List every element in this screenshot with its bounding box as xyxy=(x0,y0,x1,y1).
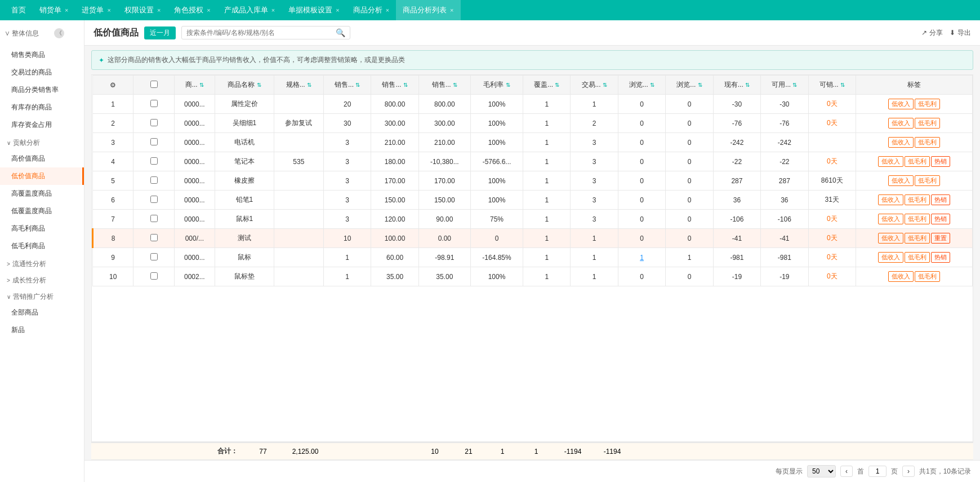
row-checkbox[interactable] xyxy=(150,138,158,145)
share-button[interactable]: ↗ 分享 xyxy=(921,28,943,38)
td-checkbox[interactable] xyxy=(133,191,174,210)
row-checkbox[interactable] xyxy=(150,100,158,107)
nav-role-auth[interactable]: 角色授权 × xyxy=(167,0,217,20)
th-checkbox[interactable] xyxy=(133,76,174,95)
search-icon[interactable]: 🔍 xyxy=(336,28,345,37)
row-checkbox[interactable] xyxy=(150,215,158,222)
sidebar-collapse-btn[interactable]: 《 xyxy=(54,28,64,38)
close-sales-order[interactable]: × xyxy=(65,7,68,14)
nav-product-analysis[interactable]: 商品分析 × xyxy=(346,0,396,20)
browse-link[interactable]: 1 xyxy=(640,254,644,262)
th-name[interactable]: 商品名称 ⇅ xyxy=(215,76,274,95)
row-checkbox[interactable] xyxy=(150,119,158,126)
sidebar-item-low-coverage[interactable]: 低覆盖度商品 xyxy=(0,202,84,220)
sidebar-group-contribution[interactable]: ∨ 贡献分析 xyxy=(0,134,84,150)
close-product-analysis-list[interactable]: × xyxy=(450,7,453,14)
th-sales3[interactable]: 销售... ⇅ xyxy=(418,76,470,95)
td-checkbox[interactable] xyxy=(133,210,174,229)
row-checkbox[interactable] xyxy=(150,157,158,165)
td-browse1[interactable]: 1 xyxy=(618,248,665,267)
nav-permissions[interactable]: 权限设置 × xyxy=(118,0,167,20)
table-container[interactable]: ⚙ 商... ⇅ 商品名称 ⇅ 规格... ⇅ 销售... ⇅ 销售... ⇅ … xyxy=(91,74,973,442)
td-checkbox[interactable] xyxy=(133,133,174,152)
td-browse1[interactable]: 0 xyxy=(618,229,665,248)
th-sales1[interactable]: 销售... ⇅ xyxy=(323,76,371,95)
sidebar-item-high-coverage[interactable]: 高覆盖度商品 xyxy=(0,185,84,202)
time-filter-button[interactable]: 近一月 xyxy=(144,26,176,39)
td-browse1[interactable]: 0 xyxy=(618,114,665,133)
browse-link[interactable]: 0 xyxy=(640,196,644,204)
td-browse1[interactable]: 0 xyxy=(618,95,665,114)
td-checkbox[interactable] xyxy=(133,267,174,286)
th-code[interactable]: 商... ⇅ xyxy=(174,76,215,95)
row-checkbox[interactable] xyxy=(150,272,158,280)
browse-link[interactable]: 0 xyxy=(640,158,644,166)
row-checkbox[interactable] xyxy=(150,253,158,260)
browse-link[interactable]: 0 xyxy=(640,120,644,127)
th-current-stock[interactable]: 现有... ⇅ xyxy=(713,76,760,95)
th-settings[interactable]: ⚙ xyxy=(93,76,133,95)
td-checkbox[interactable] xyxy=(133,229,174,248)
first-page-button[interactable]: ‹ xyxy=(840,466,853,477)
th-spec[interactable]: 规格... ⇅ xyxy=(274,76,323,95)
td-browse1[interactable]: 0 xyxy=(618,210,665,229)
close-permissions[interactable]: × xyxy=(157,7,161,14)
browse-link[interactable]: 0 xyxy=(640,273,644,281)
sidebar-item-stock-capital[interactable]: 库存资金占用 xyxy=(0,116,84,134)
sidebar-group-growth[interactable]: > 成长性分析 xyxy=(0,271,84,288)
td-browse1[interactable]: 0 xyxy=(618,152,665,171)
td-checkbox[interactable] xyxy=(133,171,174,191)
row-checkbox[interactable] xyxy=(150,176,158,184)
td-browse1[interactable]: 0 xyxy=(618,171,665,191)
close-template-settings[interactable]: × xyxy=(336,7,339,14)
sidebar-item-high-value[interactable]: 高价值商品 xyxy=(0,150,84,167)
nav-product-analysis-list[interactable]: 商品分析列表 × xyxy=(396,0,460,20)
close-purchase-order[interactable]: × xyxy=(107,7,110,14)
close-product-entry[interactable]: × xyxy=(271,7,275,14)
sidebar-item-stock-products[interactable]: 有库存的商品 xyxy=(0,99,84,116)
browse-link[interactable]: 0 xyxy=(640,177,644,185)
browse-link[interactable]: 0 xyxy=(640,215,644,223)
td-checkbox[interactable] xyxy=(133,248,174,267)
per-page-select[interactable]: 50 100 200 xyxy=(807,465,836,477)
nav-sales-order[interactable]: 销货单 × xyxy=(33,0,75,20)
th-trade[interactable]: 交易... ⇅ xyxy=(571,76,618,95)
nav-purchase-order[interactable]: 进货单 × xyxy=(75,0,117,20)
td-browse1[interactable]: 0 xyxy=(618,133,665,152)
th-sales2[interactable]: 销售... ⇅ xyxy=(371,76,418,95)
nav-template-settings[interactable]: 单据模板设置 × xyxy=(282,0,346,20)
search-input[interactable] xyxy=(186,29,336,37)
select-all-checkbox[interactable] xyxy=(150,81,158,88)
page-number-input[interactable] xyxy=(868,466,887,477)
th-browse1[interactable]: 浏览... ⇅ xyxy=(618,76,665,95)
row-checkbox[interactable] xyxy=(150,234,158,241)
close-product-analysis[interactable]: × xyxy=(386,7,389,14)
td-browse1[interactable]: 0 xyxy=(618,267,665,286)
th-margin[interactable]: 毛利率 ⇅ xyxy=(470,76,523,95)
sidebar-item-low-margin[interactable]: 低毛利商品 xyxy=(0,237,84,255)
sidebar-item-high-margin[interactable]: 高毛利商品 xyxy=(0,220,84,237)
sidebar-group-circulation[interactable]: > 流通性分析 xyxy=(0,255,84,271)
sidebar-item-new-products[interactable]: 新品 xyxy=(0,321,84,339)
sidebar-item-low-value[interactable]: 低价值商品 xyxy=(0,167,84,185)
browse-link[interactable]: 0 xyxy=(640,100,644,108)
th-sellable-stock[interactable]: 可销... ⇅ xyxy=(808,76,856,95)
td-checkbox[interactable] xyxy=(133,152,174,171)
th-coverage[interactable]: 覆盖... ⇅ xyxy=(523,76,571,95)
sidebar-item-all-products[interactable]: 全部商品 xyxy=(0,304,84,321)
sidebar-item-sales-products[interactable]: 销售类商品 xyxy=(0,46,84,64)
sidebar-item-category-sales[interactable]: 商品分类销售率 xyxy=(0,81,84,99)
sidebar-item-traded-products[interactable]: 交易过的商品 xyxy=(0,64,84,81)
row-checkbox[interactable] xyxy=(150,196,158,203)
browse-link[interactable]: 0 xyxy=(640,235,644,242)
td-browse1[interactable]: 0 xyxy=(618,191,665,210)
nav-home[interactable]: 首页 xyxy=(5,0,33,20)
export-button[interactable]: ⬇ 导出 xyxy=(950,28,971,38)
sidebar-group-marketing[interactable]: ∨ 营销推广分析 xyxy=(0,288,84,304)
next-page-button[interactable]: › xyxy=(902,466,915,477)
td-checkbox[interactable] xyxy=(133,114,174,133)
close-role-auth[interactable]: × xyxy=(207,7,210,14)
nav-product-entry[interactable]: 产成品入库单 × xyxy=(217,0,282,20)
th-available-stock[interactable]: 可用... ⇅ xyxy=(761,76,808,95)
browse-link[interactable]: 0 xyxy=(640,139,644,147)
